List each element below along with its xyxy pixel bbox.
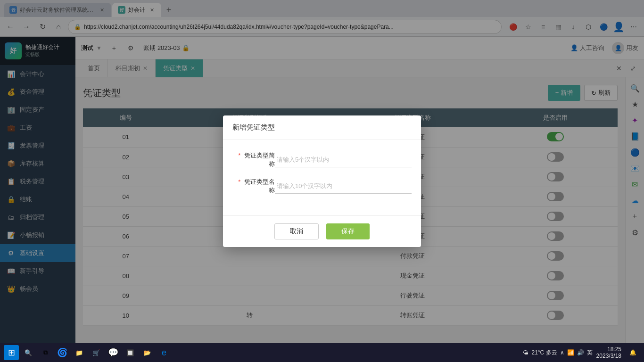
volume-icon: 🔊: [577, 349, 584, 356]
taskbar: ⊞ 🔍 ⧉ 🌀 📁 🛒 💬 🔲 📂 e 🌤 21°C 多云 ∧ 📶 🔊 英 18…: [0, 343, 644, 362]
short-name-input[interactable]: [275, 152, 412, 167]
save-button[interactable]: 保存: [326, 223, 370, 239]
chevron-up-icon: ∧: [560, 349, 564, 356]
cancel-button[interactable]: 取消: [274, 223, 319, 239]
taskbar-taskview[interactable]: ⧉: [38, 345, 53, 360]
short-name-label-text: 凭证类型简称: [244, 152, 275, 167]
taskbar-clock: 18:25 2023/3/18: [596, 346, 621, 359]
taskbar-right: 🌤 21°C 多云 ∧ 📶 🔊 英 18:25 2023/3/18 🔔: [523, 345, 640, 360]
full-name-label: * 凭证类型名称: [232, 178, 275, 195]
modal-title: 新增凭证类型: [232, 123, 275, 131]
weather-text: 21°C 多云: [531, 349, 557, 357]
required-star-2: *: [238, 178, 240, 185]
new-voucher-type-modal: 新增凭证类型 * 凭证类型简称 * 凭证类型名称 取消 保存: [223, 115, 421, 247]
full-name-input[interactable]: [275, 179, 412, 194]
taskbar-app5[interactable]: 🔲: [123, 345, 138, 360]
required-star-1: *: [238, 152, 240, 159]
taskbar-edge[interactable]: 🌀: [55, 345, 70, 360]
short-name-label: * 凭证类型简称: [232, 151, 275, 168]
modal-body: * 凭证类型简称 * 凭证类型名称: [223, 140, 421, 215]
taskbar-sys-icons: 🌤 21°C 多云 ∧ 📶 🔊 英: [523, 349, 592, 357]
lang-indicator: 英: [587, 349, 593, 357]
taskbar-notification[interactable]: 🔔: [625, 345, 640, 360]
weather-icon: 🌤: [523, 349, 528, 356]
start-button[interactable]: ⊞: [4, 345, 19, 360]
modal-footer: 取消 保存: [223, 215, 421, 247]
full-name-label-text: 凭证类型名称: [244, 178, 275, 194]
taskbar-wechat[interactable]: 💬: [106, 345, 121, 360]
short-name-row: * 凭证类型简称: [232, 151, 412, 168]
taskbar-search[interactable]: 🔍: [21, 345, 36, 360]
modal-header: 新增凭证类型: [223, 115, 421, 140]
full-name-row: * 凭证类型名称: [232, 178, 412, 195]
modal-overlay: 新增凭证类型 * 凭证类型简称 * 凭证类型名称 取消 保存: [0, 0, 644, 362]
taskbar-app6[interactable]: 📂: [140, 345, 155, 360]
taskbar-browser[interactable]: e: [157, 345, 172, 360]
taskbar-date-value: 2023/3/18: [596, 353, 621, 359]
taskbar-store[interactable]: 🛒: [89, 345, 104, 360]
taskbar-explorer[interactable]: 📁: [72, 345, 87, 360]
taskbar-time-value: 18:25: [596, 346, 621, 353]
wifi-icon: 📶: [567, 349, 574, 356]
